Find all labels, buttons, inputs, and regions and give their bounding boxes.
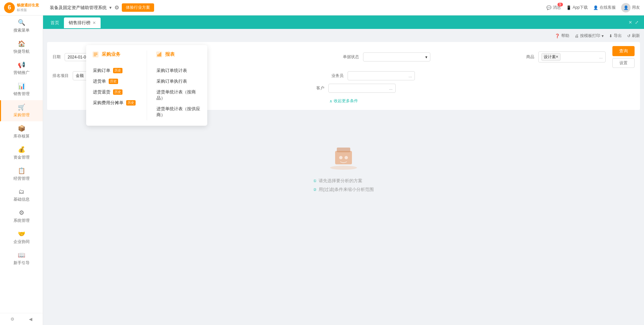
empty-tip-1: ① 请先选择要分析的方案 xyxy=(313,176,373,185)
collapse-arrow-icon: ∧ xyxy=(329,99,332,104)
window-close-icon[interactable]: ✕ xyxy=(629,20,632,25)
export-button[interactable]: ⬇ 导出 xyxy=(609,33,622,39)
customer-label: 客户 xyxy=(316,85,324,91)
status-select[interactable]: ▾ xyxy=(363,52,430,62)
sidebar-item-guide[interactable]: 📖 新手引导 xyxy=(0,248,43,269)
order-exec-label: 采购订单执行表 xyxy=(156,78,187,84)
sidebar-label-finance: 资金管理 xyxy=(13,155,30,160)
window-maximize-icon[interactable]: ⤢ xyxy=(635,20,639,25)
sidebar-item-purchase[interactable]: 🛒 采购管理 xyxy=(0,100,43,121)
menu-item-order-exec[interactable]: 采购订单执行表 xyxy=(155,76,202,87)
menu-divider xyxy=(147,50,147,120)
query-button[interactable]: 查询 xyxy=(612,46,635,56)
help-icon: ❓ xyxy=(555,34,560,38)
system-icon: ⚙ xyxy=(19,209,24,216)
purchase-dropdown-menu: 采购业务 采购订单 历史 进货单 历史 进货退货 历史 xyxy=(86,45,207,126)
customer-select[interactable]: ... xyxy=(328,84,396,93)
menu-item-in-stats-supplier[interactable]: 进货单统计表（按供应商） xyxy=(155,104,202,120)
sidebar-label-guide: 新手引导 xyxy=(13,260,30,266)
menu-col-reports: 报表 采购订单统计表 采购订单执行表 进货单统计表（按商品） 进货单统计表（按供… xyxy=(155,50,202,120)
tab-close-icon[interactable]: ✕ xyxy=(93,21,96,25)
sidebar-item-inventory[interactable]: 📦 库存核算 xyxy=(0,121,43,143)
svg-rect-9 xyxy=(160,52,161,56)
sidebar-settings-icon[interactable]: ⚙ xyxy=(10,317,14,322)
sidebar-item-system[interactable]: ⚙ 系统管理 xyxy=(0,206,43,227)
message-button[interactable]: 💬 消息 9 xyxy=(546,5,561,10)
refresh-label: 刷新 xyxy=(632,33,640,39)
salesman-more: ... xyxy=(408,74,412,78)
status-placeholder xyxy=(366,54,370,60)
sidebar-label-quick: 快捷导航 xyxy=(13,49,30,54)
industry-button[interactable]: 体验行业方案 xyxy=(122,3,154,12)
sidebar-label-purchase: 采购管理 xyxy=(13,112,30,118)
customer-more: ... xyxy=(389,86,393,91)
system-title: 装备及固定资产辅助管理系统 xyxy=(50,5,107,11)
app-icon: 📱 xyxy=(566,5,571,10)
menu-item-purchase-order[interactable]: 采购订单 历史 xyxy=(92,65,139,76)
date-label: 日期 xyxy=(52,54,61,60)
finance-icon: 💰 xyxy=(18,146,25,153)
refresh-button[interactable]: ↺ 刷新 xyxy=(627,33,640,39)
menu-item-purchase-return[interactable]: 进货退货 历史 xyxy=(92,87,139,97)
order-stats-label: 采购订单统计表 xyxy=(156,68,187,74)
sidebar-label-sales: 销售管理 xyxy=(13,91,30,97)
customer-placeholder xyxy=(331,85,335,91)
sales-icon: 📊 xyxy=(18,82,25,90)
tab-home[interactable]: 首页 xyxy=(46,17,64,28)
goods-tag-text: 设计素× xyxy=(544,54,558,60)
settings-icon[interactable]: ⚙ xyxy=(114,4,119,11)
collapse-label: 收起更多条件 xyxy=(334,98,358,104)
svg-point-0 xyxy=(330,166,357,170)
goods-label: 商品 xyxy=(526,54,534,60)
sidebar-item-search[interactable]: 🔍 搜索菜单 xyxy=(0,15,43,37)
print-button[interactable]: 🖨 按模板打印 ▾ xyxy=(575,33,604,39)
active-indicator xyxy=(0,100,1,121)
goods-select[interactable]: 设计素× ... xyxy=(538,51,606,63)
logo-icon: 6 xyxy=(4,2,15,13)
setting-button[interactable]: 设置 xyxy=(612,58,635,68)
svg-point-4 xyxy=(345,156,348,159)
basic-icon: 🗂 xyxy=(19,188,25,195)
sidebar-item-operation[interactable]: 📋 经营管理 xyxy=(0,164,43,185)
app-download-button[interactable]: 📱 App下载 xyxy=(566,5,588,10)
rank-value: 金额 xyxy=(76,73,84,79)
history-badge-4: 历史 xyxy=(126,100,136,106)
empty-state: ① 请先选择要分析的方案 ② 用[过滤]条件来缩小分析范围 xyxy=(47,114,640,221)
help-button[interactable]: ❓ 帮助 xyxy=(555,33,569,39)
message-icon: 💬 xyxy=(546,5,551,10)
user-menu-button[interactable]: 👤 用友 xyxy=(621,3,640,12)
goods-tag: 设计素× xyxy=(541,53,561,61)
history-badge-3: 历史 xyxy=(113,89,122,95)
menu-item-purchase-in[interactable]: 进货单 历史 xyxy=(92,76,139,87)
export-label: 导出 xyxy=(614,33,622,39)
purchase-icon: 🛒 xyxy=(18,104,25,111)
menu-col-purchase: 采购业务 采购订单 历史 进货单 历史 进货退货 历史 xyxy=(92,50,139,120)
tab-home-label: 首页 xyxy=(50,20,59,26)
sidebar-item-marketing[interactable]: 📢 营销推广 xyxy=(0,58,43,79)
menu-item-in-stats-goods[interactable]: 进货单统计表（按商品） xyxy=(155,87,202,104)
empty-illustration xyxy=(327,141,360,171)
tab-sales-rank[interactable]: 销售排行榜 ✕ xyxy=(64,17,101,28)
sidebar-item-basic[interactable]: 🗂 基础信息 xyxy=(0,185,43,206)
online-service-button[interactable]: 👤 在线客服 xyxy=(593,5,616,10)
content-area: 首页 销售排行榜 ✕ ✕ ⤢ ❓ 帮助 xyxy=(43,15,644,325)
in-stats-supplier-label: 进货单统计表（按供应商） xyxy=(156,106,201,118)
sidebar-collapse-icon[interactable]: ◀ xyxy=(29,317,32,322)
user-avatar: 👤 xyxy=(621,3,631,12)
svg-rect-2 xyxy=(337,148,350,152)
home-icon: 🏠 xyxy=(18,40,25,47)
sidebar-item-finance[interactable]: 💰 资金管理 xyxy=(0,143,43,164)
sidebar-item-sales[interactable]: 📊 销售管理 xyxy=(0,79,43,100)
sidebar-item-cooperation[interactable]: 🤝 企业协同 xyxy=(0,227,43,248)
salesman-placeholder xyxy=(351,73,355,79)
menu-item-purchase-cost[interactable]: 采购费用分摊单 历史 xyxy=(92,97,139,108)
salesman-select[interactable]: ... xyxy=(348,71,415,80)
status-more: ▾ xyxy=(425,55,427,59)
dropdown-arrow-icon[interactable]: ▾ xyxy=(109,5,112,10)
sidebar-item-quick[interactable]: 🏠 快捷导航 xyxy=(0,37,43,58)
menu-item-order-stats[interactable]: 采购订单统计表 xyxy=(155,65,202,76)
sidebar-label-system: 系统管理 xyxy=(13,218,30,224)
goods-more: ... xyxy=(599,55,603,59)
logo-area: 6 畅捷通好生意 标准版 xyxy=(4,2,47,13)
empty-tips: ① 请先选择要分析的方案 ② 用[过滤]条件来缩小分析范围 xyxy=(313,176,373,194)
